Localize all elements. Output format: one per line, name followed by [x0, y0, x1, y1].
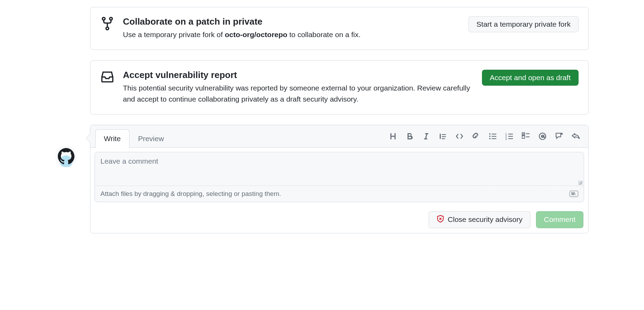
svg-point-4 — [489, 136, 491, 137]
accept-panel: Accept vulnerability report This potenti… — [90, 60, 589, 114]
svg-point-0 — [102, 17, 105, 20]
link-icon[interactable] — [471, 131, 481, 141]
markdown-badge-icon[interactable]: M↓ — [570, 191, 578, 197]
attach-hint: Attach files by dragging & dropping, sel… — [100, 190, 281, 198]
markdown-toolbar: 123 — [385, 127, 583, 145]
reply-icon[interactable] — [571, 131, 581, 141]
italic-icon[interactable] — [421, 131, 431, 141]
accept-desc: This potential security vulnerability wa… — [123, 83, 474, 105]
collaborate-panel: Collaborate on a patch in private Use a … — [90, 7, 589, 50]
comment-textarea[interactable] — [95, 152, 584, 184]
start-fork-button[interactable]: Start a temporary private fork — [468, 16, 579, 32]
accept-title: Accept vulnerability report — [123, 70, 474, 80]
avatar — [55, 146, 77, 167]
tab-preview[interactable]: Preview — [129, 129, 173, 148]
mention-icon[interactable] — [538, 131, 547, 141]
collaborate-title: Collaborate on a patch in private — [123, 16, 460, 27]
accept-draft-button[interactable]: Accept and open as draft — [482, 70, 579, 86]
cross-reference-icon[interactable] — [554, 131, 564, 141]
comment-button[interactable]: Comment — [536, 211, 583, 228]
bold-icon[interactable] — [405, 131, 414, 141]
svg-point-5 — [489, 138, 491, 139]
heading-icon[interactable] — [388, 131, 398, 141]
task-list-icon[interactable] — [521, 131, 531, 141]
inbox-icon — [100, 70, 115, 86]
quote-icon[interactable] — [438, 131, 448, 141]
fork-icon — [100, 16, 115, 32]
attach-files-row[interactable]: Attach files by dragging & dropping, sel… — [95, 186, 584, 202]
svg-point-3 — [489, 133, 491, 135]
svg-point-1 — [110, 17, 113, 20]
unordered-list-icon[interactable] — [488, 131, 498, 141]
shield-x-icon — [437, 215, 444, 224]
collaborate-desc: Use a temporary private fork of octo-org… — [123, 29, 460, 41]
code-icon[interactable] — [455, 131, 464, 141]
svg-text:3: 3 — [505, 137, 507, 140]
tab-write[interactable]: Write — [95, 129, 129, 148]
comment-box: Write Preview 123 — [90, 125, 589, 233]
close-advisory-button[interactable]: Close security advisory — [429, 211, 530, 228]
ordered-list-icon[interactable]: 123 — [504, 131, 514, 141]
svg-point-2 — [106, 27, 109, 30]
